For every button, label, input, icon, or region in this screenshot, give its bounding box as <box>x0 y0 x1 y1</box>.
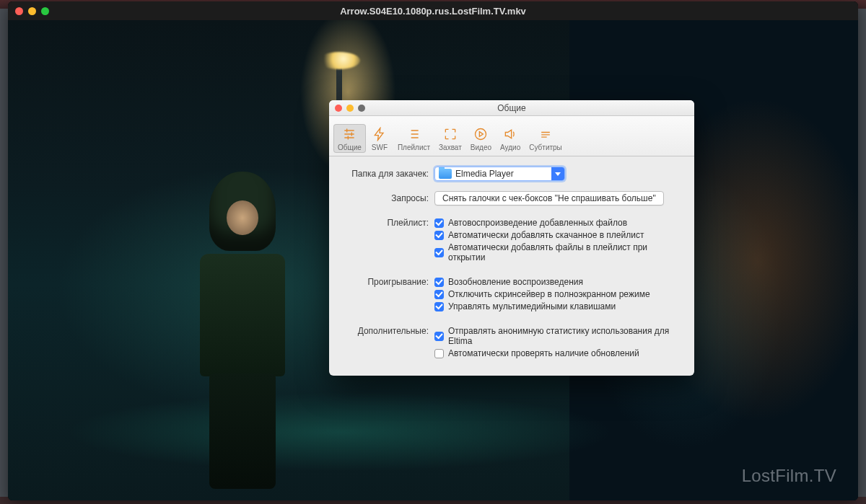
checkbox-label: Автовоспроизведение добавленных файлов <box>448 218 627 228</box>
list-icon <box>406 126 421 142</box>
checkbox-option[interactable]: Отправлять анонимную статистику использо… <box>434 326 681 346</box>
tab-general[interactable]: Общие <box>333 124 366 153</box>
checkbox-option[interactable]: Автовоспроизведение добавленных файлов <box>434 218 681 228</box>
checkbox-label: Автоматически добавлять скачанное в плей… <box>448 230 644 240</box>
checkbox-label: Автоматически добавлять файлы в плейлист… <box>448 242 681 262</box>
folder-icon <box>439 169 452 179</box>
checkbox[interactable] <box>434 248 444 257</box>
checkbox[interactable] <box>434 290 444 299</box>
reset-requests-button[interactable]: Снять галочки с чек-боксов "Не спрашиват… <box>434 191 664 205</box>
tab-video[interactable]: Видео <box>466 124 496 153</box>
checkbox-option[interactable]: Автоматически добавлять файлы в плейлист… <box>434 242 681 262</box>
tab-label: Аудио <box>500 143 520 151</box>
checkbox[interactable] <box>434 332 444 341</box>
checkbox-label: Отключить скринсейвер в полноэкранном ре… <box>448 289 650 299</box>
chevron-down-icon <box>551 167 564 181</box>
checkbox[interactable] <box>434 302 444 311</box>
tab-label: Субтитры <box>529 143 562 151</box>
speaker-icon <box>502 126 518 142</box>
checkbox-option[interactable]: Управлять мультимедийными клавишами <box>434 301 681 311</box>
tab-audio[interactable]: Аудио <box>496 124 525 153</box>
download-folder-select[interactable]: Elmedia Player <box>434 167 565 181</box>
prefs-titlebar[interactable]: Общие <box>329 100 694 116</box>
checkbox-label: Управлять мультимедийными клавишами <box>448 301 616 311</box>
additional-section-label: Дополнительные: <box>342 324 434 336</box>
checkbox-option[interactable]: Автоматически проверять наличие обновлен… <box>434 348 681 358</box>
sliders-icon <box>341 126 357 142</box>
capture-icon <box>442 126 458 142</box>
prefs-body: Папка для закачек: Elmedia Player Запрос… <box>329 156 694 371</box>
checkbox-option[interactable]: Возобновление воспроизведения <box>434 277 681 287</box>
checkbox-option[interactable]: Отключить скринсейвер в полноэкранном ре… <box>434 289 681 299</box>
checkbox-label: Возобновление воспроизведения <box>448 277 583 287</box>
checkbox[interactable] <box>434 278 444 287</box>
checkbox-label: Отправлять анонимную статистику использо… <box>448 326 681 346</box>
download-folder-label: Папка для закачек: <box>342 167 434 179</box>
prefs-window-title: Общие <box>329 103 694 113</box>
tab-label: Захват <box>439 143 462 151</box>
tab-playlist[interactable]: Плейлист <box>393 124 434 153</box>
player-window-title: Arrow.S04E10.1080p.rus.LostFilm.TV.mkv <box>8 6 858 17</box>
checkbox[interactable] <box>434 218 444 228</box>
tab-label: Общие <box>338 143 362 151</box>
video-watermark: LostFilm.TV <box>742 466 836 486</box>
tab-label: SWF <box>372 143 388 151</box>
checkbox-option[interactable]: Автоматически добавлять скачанное в плей… <box>434 230 681 240</box>
flash-icon <box>372 126 388 142</box>
download-folder-value: Elmedia Player <box>455 169 551 179</box>
prefs-toolbar: Общие SWF Плейлист Захват <box>329 116 694 156</box>
tab-capture[interactable]: Захват <box>434 124 466 153</box>
checkbox-label: Автоматически проверять наличие обновлен… <box>448 348 639 358</box>
playback-section-label: Проигрывание: <box>342 275 434 287</box>
requests-label: Запросы: <box>342 191 434 203</box>
subtitles-icon <box>538 126 554 142</box>
checkbox[interactable] <box>434 231 444 240</box>
preferences-window: Общие Общие SWF Плейлист <box>329 100 694 376</box>
play-icon <box>473 126 489 142</box>
svg-point-0 <box>476 129 486 140</box>
playlist-section-label: Плейлист: <box>342 216 434 228</box>
player-titlebar[interactable]: Arrow.S04E10.1080p.rus.LostFilm.TV.mkv <box>8 1 858 20</box>
tab-label: Видео <box>471 143 491 151</box>
tab-label: Плейлист <box>398 143 430 151</box>
tab-swf[interactable]: SWF <box>366 124 393 153</box>
tab-subtitles[interactable]: Субтитры <box>525 124 567 153</box>
checkbox[interactable] <box>434 349 444 358</box>
